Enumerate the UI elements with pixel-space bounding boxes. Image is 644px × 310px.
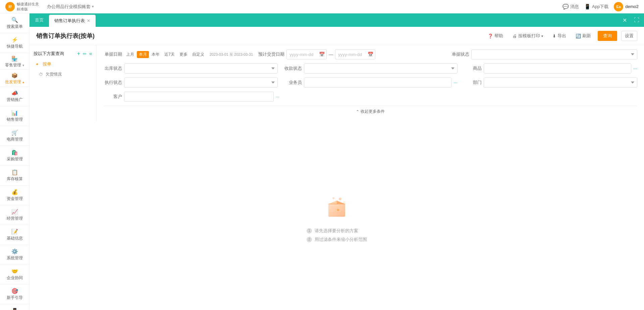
sidebar-item-quick-nav[interactable]: ⚡ 快捷导航 bbox=[0, 33, 29, 53]
salesperson-input[interactable] bbox=[304, 78, 451, 88]
page-title: 销售订单执行表(按单) bbox=[36, 32, 95, 40]
inventory-icon: 📋 bbox=[1, 169, 28, 175]
export-button[interactable]: ⬇ 导出 bbox=[550, 32, 569, 40]
status-filter-group: 单据状态 bbox=[450, 49, 637, 59]
exec-status-select[interactable] bbox=[124, 78, 278, 88]
export-icon: ⬇ bbox=[552, 34, 556, 39]
tab-close-icon[interactable]: ✕ bbox=[87, 18, 90, 23]
expected-date-group: 预计交货日期 📅 — 📅 bbox=[258, 49, 445, 59]
status-select-wrap bbox=[471, 49, 637, 59]
sidebar-item-apps[interactable]: 📱 应用中心 bbox=[0, 304, 29, 310]
message-icon: 💬 bbox=[562, 4, 569, 10]
out-status-select[interactable] bbox=[124, 63, 278, 73]
customer-input[interactable] bbox=[124, 92, 274, 102]
top-header: 好 畅捷通好生意 标准版 办公用品行业模拟账套 ▾ 💬 消息 📱 App下载 E… bbox=[0, 0, 644, 13]
goods-more-icon[interactable]: ··· bbox=[633, 66, 637, 71]
date-tab-this-month[interactable]: 本月 bbox=[137, 51, 149, 58]
receipt-status-group: 收款状态 bbox=[283, 63, 458, 73]
app-download-icon: 📱 bbox=[584, 4, 591, 10]
scheme-edit-button[interactable]: ✏ bbox=[83, 51, 87, 56]
query-button[interactable]: 查询 bbox=[598, 31, 617, 41]
operation-icon: 📈 bbox=[1, 209, 28, 215]
sidebar-item-inventory[interactable]: 📋 库存核算 bbox=[0, 166, 29, 186]
scheme-item-arrears[interactable]: ⏱ 欠货情况 bbox=[30, 69, 96, 79]
sidebar-item-retail[interactable]: 🏪 零售管理 ▾ bbox=[0, 53, 29, 70]
date-tab-this-year[interactable]: 本年 bbox=[150, 51, 162, 58]
filter-form: 单据日期 上月 本月 本年 近7天 更多 自定义 2023-03-01 至 20… bbox=[97, 45, 644, 121]
filter-row-2: 出库状态 收款状态 商品 bbox=[103, 63, 637, 73]
goods-input[interactable] bbox=[484, 63, 631, 73]
empty-tip-2: 2 用过滤条件来缩小分析范围 bbox=[307, 237, 367, 243]
purchase-icon: 🛍️ bbox=[1, 149, 28, 156]
print-dropdown-icon: ▾ bbox=[541, 34, 543, 38]
customer-group: 客户 ··· bbox=[103, 92, 279, 102]
date-tab-last-month[interactable]: 上月 bbox=[124, 51, 136, 58]
tab-sales-order-exec[interactable]: 销售订单执行表 ✕ bbox=[49, 15, 96, 27]
print-icon: 🖨 bbox=[513, 34, 517, 39]
empty-state: ✦ 1 请先选择要分析的方案 2 用过滤条件来缩小分析范围 bbox=[307, 189, 367, 243]
system-icon: ⚙️ bbox=[1, 248, 28, 255]
template-print-button[interactable]: 🖨 按模板打印 ▾ bbox=[510, 32, 546, 40]
refresh-button[interactable]: 🔄 刷新 bbox=[573, 32, 594, 40]
ecommerce-icon: 🛒 bbox=[1, 130, 28, 136]
scheme-header: 按以下方案查询 + ✏ « bbox=[30, 49, 96, 59]
data-area: ✦ 1 请先选择要分析的方案 2 用过滤条件来缩小分析范围 bbox=[30, 121, 644, 310]
sidebar-item-sales[interactable]: 📊 销售管理 bbox=[0, 106, 29, 126]
tip-number-2: 2 bbox=[307, 237, 312, 242]
calendar-start-icon: 📅 bbox=[319, 52, 325, 57]
sales-icon: 📊 bbox=[1, 110, 28, 116]
sidebar-item-marketing[interactable]: 📣 营销推广 bbox=[0, 87, 29, 106]
sidebar-item-wholesale[interactable]: 📦 批发管理 ▴ bbox=[0, 70, 29, 87]
salesperson-more-icon[interactable]: ··· bbox=[453, 80, 458, 85]
date-tab-custom[interactable]: 自定义 bbox=[190, 51, 206, 58]
tab-home[interactable]: 首页 bbox=[30, 13, 49, 27]
quick-nav-icon: ⚡ bbox=[1, 37, 28, 43]
user-profile[interactable]: Ea demo2 bbox=[614, 2, 639, 11]
scheme-add-button[interactable]: + bbox=[77, 51, 80, 57]
status-select[interactable] bbox=[471, 49, 637, 59]
sidebar-item-newbie[interactable]: 🎯 新手引导 bbox=[0, 285, 29, 304]
settings-button[interactable]: 设置 bbox=[621, 31, 637, 41]
scheme-collapse-button[interactable]: « bbox=[89, 51, 92, 57]
newbie-icon: 🎯 bbox=[1, 288, 28, 294]
header-right: 💬 消息 📱 App下载 Ea demo2 bbox=[562, 2, 639, 11]
app-download-button[interactable]: 📱 App下载 bbox=[584, 4, 608, 10]
filter-row-3: 执行状态 业务员 ··· 部门 bbox=[103, 78, 637, 88]
page-content: 销售订单执行表(按单) ❓ 帮助 🖨 按模板打印 ▾ ⬇ 导出 bbox=[30, 27, 644, 310]
message-button[interactable]: 💬 消息 bbox=[562, 4, 579, 10]
empty-tips: 1 请先选择要分析的方案 2 用过滤条件来缩小分析范围 bbox=[307, 228, 367, 243]
refresh-icon: 🔄 bbox=[576, 34, 581, 39]
sidebar-item-purchase[interactable]: 🛍️ 采购管理 bbox=[0, 146, 29, 166]
expected-date-end-wrap: 📅 bbox=[335, 49, 375, 59]
sidebar-item-ecommerce[interactable]: 🛒 电商管理 bbox=[0, 126, 29, 146]
goods-group: 商品 ··· bbox=[463, 63, 637, 73]
tip-number-1: 1 bbox=[307, 228, 312, 234]
dept-select[interactable] bbox=[484, 78, 637, 88]
page-header-actions: ❓ 帮助 🖨 按模板打印 ▾ ⬇ 导出 🔄 刷新 bbox=[485, 31, 637, 41]
help-button[interactable]: ❓ 帮助 bbox=[485, 32, 506, 40]
customer-more-icon[interactable]: ··· bbox=[276, 94, 280, 99]
date-tab-more[interactable]: 更多 bbox=[177, 51, 190, 58]
filter-panel: 按以下方案查询 + ✏ « 🔸 按单 ⏱ 欠货情况 bbox=[30, 45, 644, 121]
receipt-status-select[interactable] bbox=[304, 63, 458, 73]
finance-icon: 💰 bbox=[1, 189, 28, 195]
scheme-item-by-order[interactable]: 🔸 按单 bbox=[30, 59, 96, 69]
filter-row-1: 单据日期 上月 本月 本年 近7天 更多 自定义 2023-03-01 至 20… bbox=[103, 49, 637, 59]
window-maximize-button[interactable]: ⛶ bbox=[632, 15, 641, 25]
svg-point-6 bbox=[343, 201, 345, 203]
logo-icon: 好 bbox=[5, 2, 15, 11]
sidebar-item-system[interactable]: ⚙️ 系统管理 bbox=[0, 245, 29, 265]
scheme-header-icons: + ✏ « bbox=[77, 51, 92, 57]
breadcrumb[interactable]: 办公用品行业模拟账套 ▾ bbox=[47, 4, 94, 10]
expected-date-start-wrap: 📅 bbox=[286, 49, 327, 59]
svg-marker-1 bbox=[328, 201, 337, 204]
sidebar-item-search[interactable]: 🔍 搜索菜单 bbox=[0, 13, 29, 33]
tab-bar-right: ✕ ⛶ bbox=[620, 15, 644, 25]
collapse-bar[interactable]: ⌃ 收起更多条件 bbox=[103, 106, 637, 117]
date-tab-last-7[interactable]: 近7天 bbox=[162, 51, 177, 58]
sidebar-item-finance[interactable]: 💰 资金管理 bbox=[0, 186, 29, 205]
sidebar-item-basic[interactable]: 📝 基础信息 bbox=[0, 225, 29, 245]
sidebar-item-operation[interactable]: 📈 经营管理 bbox=[0, 205, 29, 225]
sidebar-item-enterprise[interactable]: 🤝 企业协同 bbox=[0, 265, 29, 285]
window-close-button[interactable]: ✕ bbox=[620, 15, 629, 25]
